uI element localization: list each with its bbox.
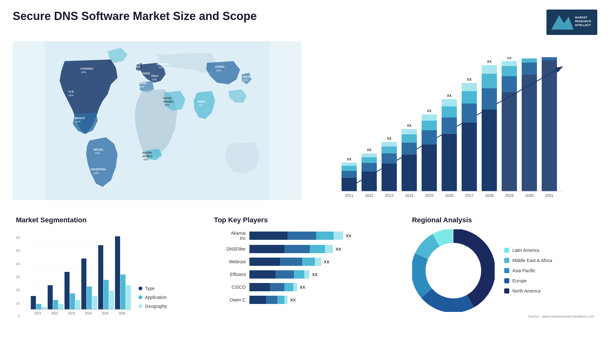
players-title: Top Key Players — [214, 216, 396, 224]
svg-text:xx%: xx% — [152, 78, 157, 81]
svg-rect-89 — [502, 92, 517, 191]
seg-y-axis: 60 50 40 30 20 10 0 — [16, 236, 22, 318]
svg-text:xx%: xx% — [159, 66, 164, 69]
reg-legend-europe: Europe — [504, 278, 552, 283]
svg-text:2026: 2026 — [445, 193, 454, 198]
donut-chart — [412, 229, 495, 312]
svg-rect-131 — [104, 280, 109, 309]
svg-rect-134 — [115, 236, 120, 309]
svg-text:XX: XX — [387, 137, 392, 140]
map-section: CANADA xx% U.S. xx% MEXICO xx% BRAZIL xx… — [13, 41, 302, 206]
svg-rect-70 — [442, 134, 457, 191]
svg-text:xx%: xx% — [143, 158, 148, 161]
bar-chart-section: XX 2021 XX 2022 XX 2023 — [308, 41, 597, 206]
logo-box: MARKET RESEARCH INTELLECT — [546, 10, 597, 35]
svg-rect-55 — [382, 142, 397, 146]
svg-rect-54 — [382, 146, 397, 153]
svg-rect-85 — [482, 65, 497, 74]
svg-rect-78 — [462, 91, 477, 104]
seg-chart-area: 60 50 40 30 20 10 0 — [16, 229, 198, 318]
svg-rect-96 — [522, 75, 537, 191]
svg-text:2026: 2026 — [119, 312, 126, 315]
svg-rect-116 — [42, 307, 47, 309]
svg-text:2028: 2028 — [485, 193, 494, 198]
svg-rect-64 — [422, 145, 437, 191]
svg-rect-71 — [442, 118, 457, 134]
svg-text:2023: 2023 — [385, 193, 394, 198]
svg-rect-59 — [402, 143, 417, 155]
svg-text:BRAZIL: BRAZIL — [94, 148, 104, 151]
svg-text:XX: XX — [427, 109, 432, 113]
regional-title: Regional Analysis — [412, 216, 594, 224]
svg-rect-42 — [342, 166, 357, 171]
legend-type: Type — [139, 286, 167, 291]
svg-text:XX: XX — [367, 148, 372, 152]
svg-rect-58 — [402, 155, 417, 191]
svg-rect-136 — [126, 285, 131, 309]
svg-text:XX: XX — [527, 57, 532, 58]
svg-rect-48 — [362, 157, 377, 163]
svg-text:U.K.: U.K. — [136, 62, 141, 65]
map-container: CANADA xx% U.S. xx% MEXICO xx% BRAZIL xx… — [13, 41, 302, 200]
player-row-cisco: CISCO XX — [214, 283, 396, 292]
svg-rect-118 — [48, 285, 53, 309]
legend-geography: Geography — [139, 304, 167, 309]
world-map-svg: CANADA xx% U.S. xx% MEXICO xx% BRAZIL xx… — [13, 41, 302, 200]
svg-rect-82 — [482, 110, 497, 191]
svg-text:INTELLECT: INTELLECT — [575, 24, 591, 27]
svg-rect-91 — [502, 66, 517, 76]
svg-text:2025: 2025 — [102, 312, 109, 315]
svg-text:xx%: xx% — [243, 78, 248, 82]
svg-rect-41 — [342, 171, 357, 178]
svg-rect-49 — [362, 153, 377, 157]
svg-text:SAUDI: SAUDI — [163, 97, 172, 100]
main-grid: CANADA xx% U.S. xx% MEXICO xx% BRAZIL xx… — [13, 41, 597, 321]
svg-text:ARGENTINA: ARGENTINA — [91, 168, 106, 171]
bottom-row: Market Segmentation 60 50 40 30 20 10 0 — [13, 213, 597, 321]
svg-text:xx%: xx% — [81, 71, 86, 74]
legend-application: Application — [139, 295, 167, 300]
logo-area: MARKET RESEARCH INTELLECT — [546, 10, 597, 35]
svg-text:2021: 2021 — [345, 193, 354, 198]
svg-text:2022: 2022 — [365, 193, 374, 198]
player-row-owenc: Owen C XX — [214, 295, 396, 304]
svg-text:2021: 2021 — [34, 312, 42, 315]
svg-text:AFRICA: AFRICA — [142, 155, 152, 158]
svg-text:XX: XX — [347, 157, 352, 161]
players-list: AkamaiInc XX DNSFilter — [214, 231, 396, 304]
svg-text:FRANCE: FRANCE — [139, 72, 150, 75]
svg-text:GERMANY: GERMANY — [157, 63, 170, 66]
svg-rect-66 — [422, 121, 437, 130]
svg-rect-77 — [462, 104, 477, 123]
player-row-efficient: Efficient XX — [214, 270, 396, 279]
svg-text:SOUTH: SOUTH — [142, 151, 152, 154]
svg-rect-60 — [402, 134, 417, 143]
svg-text:xx%: xx% — [140, 75, 145, 78]
regional-section: Regional Analysis — [409, 213, 597, 321]
svg-rect-43 — [342, 163, 357, 166]
svg-text:XX: XX — [447, 94, 452, 98]
svg-text:MEXICO: MEXICO — [75, 117, 85, 120]
legend-dot-geography — [139, 304, 142, 308]
svg-rect-79 — [462, 83, 477, 91]
svg-text:ITALY: ITALY — [151, 75, 159, 78]
svg-text:2024: 2024 — [85, 312, 92, 315]
player-row-dnsfilter: DNSFilter XX — [214, 245, 396, 253]
player-row-akamai: AkamaiInc XX — [214, 231, 396, 241]
svg-point-144 — [433, 250, 474, 291]
svg-text:xx%: xx% — [139, 85, 144, 88]
svg-rect-124 — [75, 300, 80, 309]
svg-text:XX: XX — [407, 124, 412, 127]
svg-text:RESEARCH: RESEARCH — [575, 20, 591, 23]
svg-rect-122 — [64, 272, 70, 309]
legend-dot-application — [139, 295, 142, 299]
regional-legend: Latin America Middle East & Africa Asia … — [504, 248, 552, 293]
svg-text:INDIA: INDIA — [198, 100, 206, 103]
svg-rect-119 — [53, 300, 58, 309]
svg-rect-102 — [542, 60, 557, 191]
svg-rect-53 — [382, 153, 397, 164]
svg-rect-47 — [362, 163, 377, 172]
svg-rect-73 — [442, 99, 457, 106]
bar-chart-svg: XX 2021 XX 2022 XX 2023 — [315, 57, 594, 203]
svg-rect-123 — [70, 293, 75, 309]
